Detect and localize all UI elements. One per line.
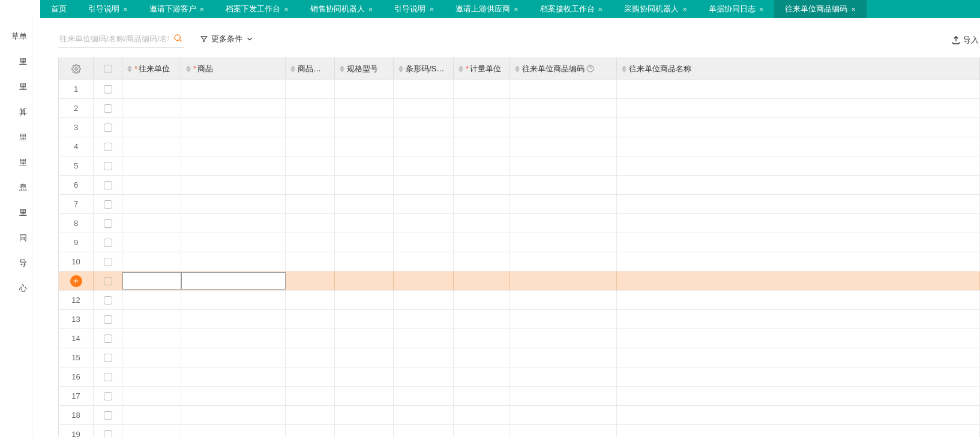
tab[interactable]: 邀请下游客户× <box>139 0 215 18</box>
table-cell[interactable] <box>122 367 181 386</box>
table-cell[interactable] <box>122 156 181 175</box>
checkbox[interactable] <box>104 430 112 438</box>
table-cell[interactable] <box>394 425 454 437</box>
table-cell[interactable] <box>454 406 510 424</box>
table-cell[interactable] <box>617 156 980 175</box>
table-cell[interactable] <box>122 310 181 328</box>
table-cell[interactable] <box>454 156 510 175</box>
table-cell[interactable] <box>335 214 394 233</box>
sidebar-item[interactable]: 里 <box>0 200 32 225</box>
table-cell[interactable] <box>181 176 286 194</box>
column-header-spec[interactable]: 规格型号 <box>335 58 394 79</box>
tab[interactable]: 首页 <box>40 0 77 18</box>
table-cell[interactable] <box>286 252 335 271</box>
table-cell[interactable] <box>617 329 980 348</box>
table-cell[interactable] <box>617 272 980 290</box>
sidebar-item[interactable] <box>0 301 32 315</box>
table-cell[interactable] <box>394 310 454 328</box>
table-row[interactable]: 16 <box>59 367 980 387</box>
table-cell[interactable] <box>510 406 617 424</box>
table-cell[interactable] <box>617 387 980 405</box>
table-cell[interactable] <box>286 233 335 252</box>
table-cell[interactable] <box>335 329 394 348</box>
table-cell[interactable] <box>286 348 335 367</box>
table-cell[interactable] <box>510 195 617 213</box>
column-header-product[interactable]: * 商品 <box>181 58 286 79</box>
table-cell[interactable] <box>335 387 394 405</box>
table-cell[interactable] <box>394 214 454 233</box>
table-cell[interactable] <box>181 329 286 348</box>
table-cell[interactable] <box>335 252 394 271</box>
table-cell[interactable] <box>335 291 394 309</box>
table-cell[interactable] <box>122 348 181 367</box>
table-cell[interactable] <box>454 214 510 233</box>
table-cell[interactable] <box>122 272 181 290</box>
table-cell[interactable] <box>510 233 617 252</box>
tab[interactable]: 往来单位商品编码× <box>774 0 867 18</box>
checkbox[interactable] <box>104 277 112 285</box>
close-icon[interactable]: × <box>851 5 856 14</box>
close-icon[interactable]: × <box>368 5 373 14</box>
table-cell[interactable] <box>510 310 617 328</box>
table-cell[interactable] <box>454 137 510 156</box>
column-header-barcode[interactable]: 条形码/S… <box>394 58 454 79</box>
table-cell[interactable] <box>617 252 980 271</box>
table-cell[interactable] <box>335 195 394 213</box>
table-cell[interactable] <box>454 272 510 290</box>
table-cell[interactable] <box>181 156 286 175</box>
table-cell[interactable] <box>122 214 181 233</box>
table-cell[interactable] <box>454 252 510 271</box>
table-cell[interactable] <box>617 176 980 194</box>
table-cell[interactable] <box>335 367 394 386</box>
table-cell[interactable] <box>181 214 286 233</box>
table-cell[interactable] <box>286 118 335 137</box>
table-cell[interactable] <box>286 214 335 233</box>
checkbox[interactable] <box>104 123 112 132</box>
table-cell[interactable] <box>181 195 286 213</box>
close-icon[interactable]: × <box>429 5 434 14</box>
table-cell[interactable] <box>510 80 617 98</box>
table-cell[interactable] <box>181 252 286 271</box>
table-cell[interactable] <box>394 252 454 271</box>
sidebar-item[interactable]: 里 <box>0 49 32 74</box>
table-cell[interactable] <box>122 406 181 424</box>
table-row[interactable]: 18 <box>59 406 980 425</box>
table-cell[interactable] <box>394 137 454 156</box>
table-cell[interactable] <box>335 137 394 156</box>
table-cell[interactable] <box>335 348 394 367</box>
table-cell[interactable] <box>394 329 454 348</box>
table-row[interactable]: 15 <box>59 348 980 367</box>
checkbox[interactable] <box>104 65 112 73</box>
table-cell[interactable] <box>394 291 454 309</box>
table-cell[interactable] <box>510 137 617 156</box>
table-cell[interactable] <box>181 99 286 117</box>
table-cell[interactable] <box>617 291 980 309</box>
table-cell[interactable] <box>394 233 454 252</box>
table-cell[interactable] <box>286 156 335 175</box>
table-cell[interactable] <box>617 80 980 98</box>
close-icon[interactable]: × <box>200 5 205 14</box>
table-cell[interactable] <box>335 80 394 98</box>
table-cell[interactable] <box>181 137 286 156</box>
table-cell[interactable] <box>617 118 980 137</box>
table-cell[interactable] <box>286 291 335 309</box>
table-cell[interactable] <box>335 425 394 437</box>
sidebar-item[interactable]: 导 <box>0 251 32 276</box>
table-cell[interactable] <box>122 137 181 156</box>
close-icon[interactable]: × <box>123 5 128 14</box>
column-header-measure[interactable]: * 计量单位 <box>454 58 510 79</box>
table-cell[interactable] <box>122 425 181 437</box>
table-row[interactable]: 5 <box>59 156 980 176</box>
close-icon[interactable]: × <box>598 5 603 14</box>
table-cell[interactable] <box>454 329 510 348</box>
table-row[interactable]: 6 <box>59 176 980 195</box>
checkbox[interactable] <box>104 239 112 247</box>
table-cell[interactable] <box>510 272 617 290</box>
table-cell[interactable] <box>181 272 286 290</box>
column-header-product-img[interactable]: 商品… <box>286 58 335 79</box>
table-cell[interactable] <box>454 425 510 437</box>
checkbox[interactable] <box>104 296 112 305</box>
table-row[interactable]: 3 <box>59 118 980 137</box>
table-cell[interactable] <box>286 272 335 290</box>
column-settings[interactable] <box>59 58 94 79</box>
